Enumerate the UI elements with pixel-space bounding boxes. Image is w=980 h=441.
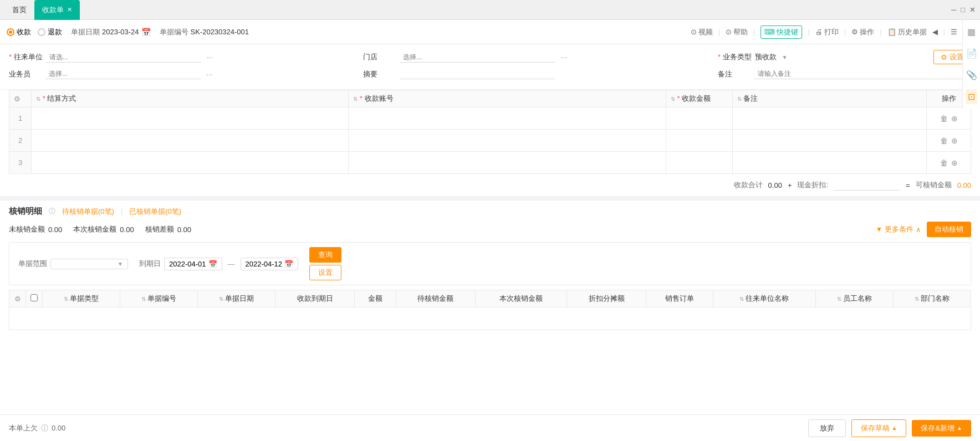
select-all-checkbox[interactable]	[30, 294, 38, 301]
amount-cell-1[interactable]	[666, 107, 732, 130]
account-cell-3[interactable]	[349, 152, 666, 174]
close-btn[interactable]: ✕	[969, 6, 976, 14]
calendar-icon[interactable]: 📅	[141, 28, 151, 37]
range-chevron-icon: ▼	[118, 261, 123, 267]
footer: 本单上欠 ⓘ 0.00 放弃 保存草稿 ▲ 保存&新增 ▲	[0, 414, 980, 441]
sidebar-table-icon[interactable]: ▦	[965, 24, 978, 39]
action-cell-3: 🗑 ⊕	[927, 152, 971, 174]
minimize-btn[interactable]: ─	[951, 6, 956, 14]
th-doc-number: ⇅ 单据编号	[120, 290, 198, 307]
settlement-cell-1[interactable]	[32, 107, 349, 130]
prev-value: 0.00	[52, 424, 65, 432]
receipt-radio[interactable]: 收款	[7, 27, 31, 37]
table-row: 2 🗑 ⊕	[9, 130, 971, 152]
delete-icon-1[interactable]: 🗑	[940, 114, 948, 123]
tab-home[interactable]: 首页	[4, 0, 34, 20]
th-doc-date-label: 单据日期	[225, 294, 254, 302]
amount-cell-3[interactable]	[666, 152, 732, 174]
print-label: 打印	[824, 27, 839, 37]
operations-btn[interactable]: ⚙ 操作	[851, 27, 874, 37]
account-cell-1[interactable]	[349, 107, 666, 130]
counterparty-more-btn[interactable]: ···	[205, 53, 216, 61]
action-icons-2: 🗑 ⊕	[931, 136, 966, 145]
save-new-btn[interactable]: 保存&新增 ▲	[912, 420, 971, 437]
pending-tab[interactable]: 待核销单据(0笔)	[62, 207, 114, 217]
refund-radio[interactable]: 退款	[38, 27, 62, 37]
sidebar-document-icon[interactable]: 📄	[964, 46, 979, 61]
th-current-verify-label: 本次核销金额	[499, 294, 543, 302]
summary-input[interactable]	[400, 69, 555, 79]
prev-page-btn[interactable]: ◀	[932, 28, 938, 36]
note-input[interactable]	[754, 69, 971, 79]
store-more-btn[interactable]: ···	[558, 53, 569, 61]
copy-icon-3[interactable]: ⊕	[951, 158, 958, 167]
date-to-picker[interactable]: 2022-04-12 📅	[241, 258, 299, 270]
filter-setting-btn[interactable]: 设置	[309, 265, 341, 280]
th-amount-bottom-label: 金额	[368, 294, 382, 302]
th-dept: ⇅ 部门名称	[893, 290, 971, 307]
save-draft-btn[interactable]: 保存草稿 ▲	[851, 419, 907, 437]
store-input[interactable]	[400, 52, 555, 63]
verify-section: 核销明细 ⓘ 待核销单据(0笔) | 已核销单据(0笔) 未核销金额 0.00 …	[0, 201, 980, 336]
delete-icon-3[interactable]: 🗑	[940, 158, 948, 167]
note-cell-3[interactable]	[732, 152, 926, 174]
query-btn[interactable]: 查询	[309, 247, 341, 263]
discount-input[interactable]	[834, 180, 900, 191]
settlement-cell-3[interactable]	[32, 152, 349, 174]
th-pending-label: 待核销金额	[417, 294, 453, 302]
th-doc-type: ⇅ 单据类型	[43, 290, 120, 307]
verify-title: 核销明细	[9, 206, 42, 217]
account-cell-2[interactable]	[349, 130, 666, 152]
th-counterparty-name-label: 往来单位名称	[746, 294, 789, 302]
copy-icon-1[interactable]: ⊕	[951, 114, 958, 123]
business-type-chevron[interactable]: ▼	[782, 54, 788, 60]
verify-table: ⚙ ⇅ 单据类型 ⇅ 单据编号	[9, 290, 971, 330]
table-settings-icon[interactable]: ⚙	[14, 95, 21, 103]
verify-stats: 未核销金额 0.00 本次核销金额 0.00 核销差额 0.00	[9, 221, 191, 238]
counterparty-input[interactable]	[46, 52, 201, 63]
sidebar-screenshot-icon[interactable]: ⊡	[966, 89, 977, 104]
tab-receipt-close[interactable]: ✕	[67, 6, 72, 13]
video-btn[interactable]: ⊙ 视频	[691, 27, 713, 37]
range-select[interactable]: ▼	[50, 259, 128, 269]
range-filter-group: 单据范围 ▼	[18, 259, 128, 269]
copy-icon-2[interactable]: ⊕	[951, 136, 958, 145]
print-btn[interactable]: 🖨 打印	[815, 27, 839, 37]
th-employee: ⇅ 员工名称	[815, 290, 893, 307]
note-cell-2[interactable]	[732, 130, 926, 152]
form-section: 往来单位 ··· 门店 ··· 业务类型 预收款 ▼ ⚙ 设置	[0, 44, 980, 90]
salesman-more-btn[interactable]: ···	[204, 70, 215, 79]
equals-sign: =	[906, 181, 910, 189]
tab-receipt[interactable]: 收款单 ✕	[34, 0, 80, 20]
salesman-label: 业务员	[9, 69, 42, 79]
history-btn[interactable]: 📋 历史单据	[887, 27, 927, 37]
number-field: 单据编号 SK-20230324-001	[160, 27, 249, 37]
shortcut-icon: ⌨	[764, 28, 775, 36]
abandon-btn[interactable]: 放弃	[808, 419, 846, 437]
maximize-btn[interactable]: □	[961, 6, 965, 14]
date-range-sep: —	[226, 260, 237, 268]
sidebar-paperclip-icon[interactable]: 📎	[964, 68, 979, 83]
receipt-radio-circle	[7, 28, 14, 36]
note-cell-1[interactable]	[732, 107, 926, 130]
verify-header: 核销明细 ⓘ 待核销单据(0笔) | 已核销单据(0笔)	[9, 206, 971, 217]
toolbar-right: ⊙ 视频 | ⊙ 帮助 | ⌨ 快捷键 | 🖨 打印 | ⚙ 操作 | 📋 历史…	[691, 25, 973, 39]
help-btn[interactable]: ⊙ 帮助	[726, 27, 748, 37]
save-draft-chevron: ▲	[892, 425, 897, 431]
auto-verify-btn[interactable]: 自动核销	[927, 222, 971, 237]
bottom-table-settings-icon[interactable]: ⚙	[14, 295, 21, 303]
delete-icon-2[interactable]: 🗑	[940, 136, 948, 145]
date-from-picker[interactable]: 2022-04-01 📅	[164, 258, 222, 270]
amount-cell-2[interactable]	[666, 130, 732, 152]
layout-list-btn[interactable]: ☰	[951, 28, 957, 36]
th-sales-order: 销售订单	[646, 290, 713, 307]
salesman-input[interactable]	[45, 69, 201, 79]
th-settlement: ⇅ 结算方式	[32, 90, 349, 107]
verify-info-icon[interactable]: ⓘ	[49, 207, 55, 216]
more-conditions-btn[interactable]: ▼ 更多条件 ∧	[876, 224, 921, 234]
th-receipt-due: 收款到期日	[275, 290, 355, 307]
bottom-table-wrapper: ⚙ ⇅ 单据类型 ⇅ 单据编号	[9, 290, 971, 330]
shortcut-btn[interactable]: ⌨ 快捷键	[760, 25, 802, 39]
completed-tab[interactable]: 已核销单据(0笔)	[129, 207, 181, 217]
settlement-cell-2[interactable]	[32, 130, 349, 152]
